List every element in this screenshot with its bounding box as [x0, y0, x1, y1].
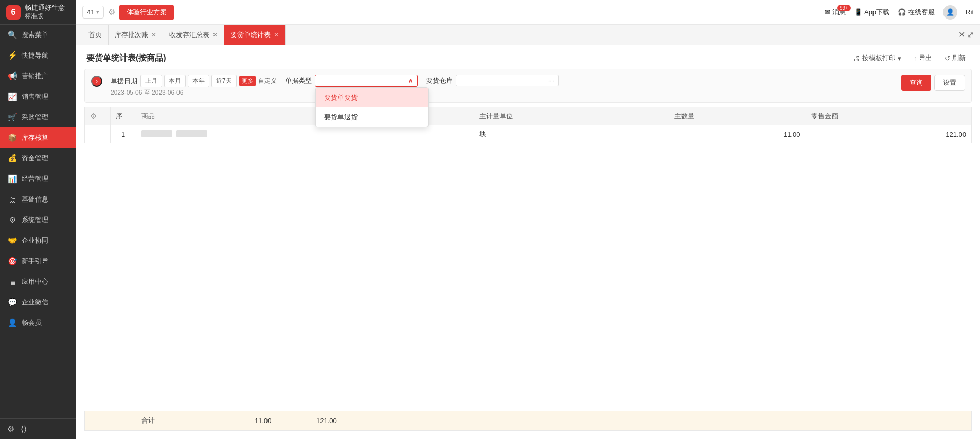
tab-close-order-stats[interactable]: ✕ [274, 31, 279, 39]
table-row: 1 块 11.00 121.00 [85, 125, 972, 143]
warehouse-label: 要货仓库 [426, 76, 453, 85]
table-header-row: ⚙ 序 商品 主计量单位 主数量 零售金额 [85, 107, 972, 125]
sidebar-item-inventory[interactable]: 📦库存核算 [0, 127, 76, 148]
export-btn[interactable]: ↑ 导出 [910, 51, 937, 65]
app-icon: 📱 [854, 8, 862, 16]
filter-custom-date[interactable]: 自定义 [258, 77, 277, 85]
sidebar-item-operations[interactable]: 📊经营管理 [0, 169, 76, 189]
sidebar-item-marketing-promo[interactable]: 📢营销推广 [0, 66, 76, 86]
col-num-header: 序 [111, 107, 136, 125]
footer-total-label: 合计 [141, 416, 255, 425]
online-service-btn[interactable]: 🎧 在线客服 [898, 8, 935, 17]
sidebar-item-purchase[interactable]: 🛒采购管理 [0, 107, 76, 127]
sidebar-item-guide[interactable]: 🎯新手引导 [0, 251, 76, 271]
query-btn[interactable]: 查询 [901, 75, 931, 91]
base-info-icon: 🗂 [7, 194, 17, 205]
marketing-promo-icon: 📢 [7, 71, 17, 81]
filter-this-year[interactable]: 本年 [188, 75, 209, 87]
main-area: 41 ▾ ⚙ 体验行业方案 ✉ 消息 99+ 📱 App下载 🎧 在线客服 👤 … [76, 0, 980, 439]
type-dropdown: 要货单要货 要货单退货 [315, 87, 429, 127]
tab-order-stats[interactable]: 要货单统计表 ✕ [224, 25, 286, 45]
search-icon: 🔍 [7, 30, 17, 40]
sidebar-item-member[interactable]: 👤畅会员 [0, 313, 76, 333]
export-icon: ↑ [914, 54, 917, 62]
collapse-icon[interactable]: ⟨⟩ [21, 424, 27, 434]
sidebar-item-base-info[interactable]: 🗂基础信息 [0, 189, 76, 210]
product-blurred [141, 130, 172, 137]
dropdown-item-return[interactable]: 要货单退货 [316, 107, 428, 127]
sidebar-item-finance[interactable]: 💰资金管理 [0, 148, 76, 169]
tab-receivable-summary[interactable]: 收发存汇总表 ✕ [163, 25, 224, 45]
row-amount: 121.00 [806, 125, 972, 143]
table-footer: 合计 11.00 121.00 [84, 411, 972, 431]
app-logo: 6 畅捷通好生意 标准版 [0, 0, 76, 25]
filter-expand-btn[interactable]: › [91, 76, 102, 87]
filter-warehouse-group: 要货仓库 ··· [426, 75, 559, 86]
inventory-icon: 📦 [7, 133, 17, 143]
row-settings-cell [85, 125, 111, 143]
data-table: ⚙ 序 商品 主计量单位 主数量 零售金额 1 [84, 107, 972, 143]
filter-last-month[interactable]: 上月 [140, 75, 162, 87]
msg-icon: ✉ [825, 8, 830, 16]
tab-inventory-batch[interactable]: 库存批次账 ✕ [109, 25, 163, 45]
filter-this-month[interactable]: 本月 [164, 75, 186, 87]
filter-7days[interactable]: 近7天 [211, 75, 237, 87]
filter-type-input[interactable] [319, 77, 408, 85]
logo-text: 畅捷通好生意 标准版 [25, 4, 65, 20]
filter-more-badge[interactable]: 更多 [239, 76, 256, 86]
page-title: 要货单统计表(按商品) [86, 53, 166, 64]
print-btn[interactable]: 🖨 按模板打印 ▾ [849, 51, 905, 65]
purchase-icon: 🛒 [7, 112, 17, 122]
tabs-controls: ✕ ⤢ [958, 30, 974, 40]
wechat-biz-icon: 💬 [7, 297, 17, 307]
col-unit-header: 主计量单位 [474, 107, 669, 125]
date-label: 单据日期 [111, 77, 137, 86]
guide-icon: 🎯 [7, 256, 17, 266]
filter-bar: › 单据日期 上月 本月 本年 近7天 更多 自定义 2023-05-06 至 … [84, 69, 972, 103]
close-tab-btn[interactable]: ✕ [958, 30, 965, 40]
expand-tabs-btn[interactable]: ⤢ [967, 30, 974, 40]
row-qty: 11.00 [669, 125, 806, 143]
print-arrow-icon: ▾ [898, 54, 901, 62]
tab-close-receivable[interactable]: ✕ [212, 31, 218, 39]
company-value: 41 [87, 8, 94, 16]
msg-btn[interactable]: ✉ 消息 99+ [825, 8, 846, 17]
finance-icon: 💰 [7, 153, 17, 163]
tab-close-inventory-batch[interactable]: ✕ [151, 31, 156, 39]
shortcut-icon: ⚡ [7, 50, 17, 61]
product-blurred2 [176, 130, 207, 137]
sidebar: 6 畅捷通好生意 标准版 🔍搜索菜单⚡快捷导航📢营销推广📈销售管理🛒采购管理📦库… [0, 0, 76, 439]
filter-date-range: 2023-05-06 至 2023-06-06 [111, 88, 277, 97]
trial-btn[interactable]: 体验行业方案 [119, 5, 174, 20]
tabs-bar: 首页 库存批次账 ✕ 收发存汇总表 ✕ 要货单统计表 ✕ ✕ ⤢ [76, 25, 980, 45]
avatar[interactable]: 👤 [943, 5, 957, 20]
sales-icon: 📈 [7, 92, 17, 102]
topbar-gear-icon[interactable]: ⚙ [108, 7, 115, 17]
filter-warehouse-input[interactable] [460, 77, 548, 84]
filter-actions: 查询 设置 [901, 75, 965, 91]
settings-btn[interactable]: 设置 [934, 75, 965, 91]
type-dropdown-arrow[interactable]: ∧ [408, 77, 413, 85]
app-download-btn[interactable]: 📱 App下载 [854, 8, 889, 17]
sidebar-item-sales[interactable]: 📈销售管理 [0, 86, 76, 107]
sidebar-item-system[interactable]: ⚙系统管理 [0, 210, 76, 230]
settings-icon[interactable]: ⚙ [7, 424, 14, 434]
topbar-left: 41 ▾ ⚙ 体验行业方案 [82, 5, 821, 20]
sidebar-item-app-center[interactable]: 🖥应用中心 [0, 271, 76, 292]
table-body: 1 块 11.00 121.00 [85, 125, 972, 143]
sidebar-item-search[interactable]: 🔍搜索菜单 [0, 25, 76, 45]
sidebar-item-shortcut[interactable]: ⚡快捷导航 [0, 45, 76, 66]
sidebar-item-enterprise[interactable]: 🤝企业协同 [0, 230, 76, 251]
col-settings: ⚙ [85, 107, 111, 125]
refresh-btn[interactable]: ↺ 刷新 [940, 51, 970, 65]
dropdown-item-purchase[interactable]: 要货单要货 [316, 88, 428, 107]
member-icon: 👤 [7, 318, 17, 328]
refresh-icon: ↺ [945, 54, 950, 62]
footer-qty: 11.00 [255, 417, 316, 425]
enterprise-icon: 🤝 [7, 235, 17, 246]
tab-home[interactable]: 首页 [82, 25, 109, 45]
sidebar-item-wechat-biz[interactable]: 💬企业微信 [0, 292, 76, 313]
col-settings-icon[interactable]: ⚙ [90, 112, 97, 120]
warehouse-dots-icon[interactable]: ··· [548, 77, 554, 84]
company-select[interactable]: 41 ▾ [82, 6, 104, 19]
